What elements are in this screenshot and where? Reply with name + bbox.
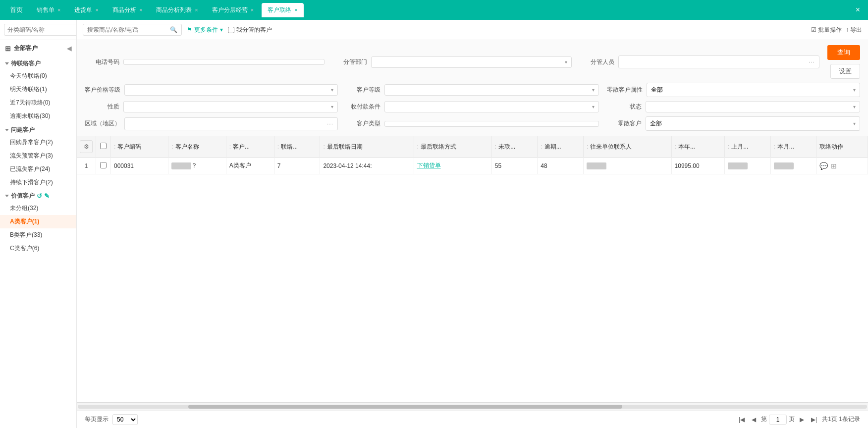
filter-phone: 电话号码: [85, 58, 325, 66]
sidebar-item-overdue[interactable]: 逾期未联络(30): [0, 109, 76, 123]
filter-scatter2-input[interactable]: 全部 ▾: [646, 116, 860, 131]
sidebar-item-churn-warning[interactable]: 流失预警客户(3): [0, 149, 76, 162]
cell-no-contact: 55: [491, 158, 538, 174]
action-icons: 💬 ⊞: [819, 162, 865, 170]
query-button[interactable]: 查询: [827, 45, 860, 60]
sidebar-item-7days[interactable]: 近7天待联络(0): [0, 96, 76, 109]
close-tab-analysis[interactable]: ×: [139, 7, 142, 13]
close-tab-sales[interactable]: ×: [57, 7, 60, 13]
filter-row-4: 区域（地区） ··· 客户类型 零散客户 全部 ▾: [85, 116, 860, 131]
filter-type-input[interactable]: [384, 121, 599, 127]
sidebar-item-today[interactable]: 今天待联络(0): [0, 69, 76, 83]
prev-page-btn[interactable]: ◀: [750, 415, 758, 424]
filter-customer-type: 客户类型: [346, 119, 599, 128]
filter-phone-input[interactable]: [123, 59, 325, 65]
row-checkbox[interactable]: [100, 162, 107, 168]
sidebar-item-repurchase-anomaly[interactable]: 回购异常客户(2): [0, 136, 76, 149]
my-customer-checkbox[interactable]: [228, 27, 234, 33]
select-all-checkbox[interactable]: [100, 143, 107, 149]
filter-scatter-input[interactable]: 全部 ▾: [647, 83, 860, 97]
close-all-tabs[interactable]: ×: [852, 3, 864, 16]
sidebar-item-declining[interactable]: 持续下滑客户(2): [0, 176, 76, 189]
filter-region-input[interactable]: ···: [124, 117, 338, 130]
nav-tab-purchase[interactable]: 进货单 ×: [68, 3, 104, 17]
main-search-box[interactable]: 🔍: [83, 24, 182, 36]
th-this-month: :本月...: [770, 136, 816, 158]
sidebar-item-class-a[interactable]: A类客户(1): [0, 215, 76, 228]
close-tab-purchase[interactable]: ×: [95, 7, 98, 13]
sidebar-search-input[interactable]: [4, 24, 77, 36]
nav-tab-sales[interactable]: 销售单 ×: [31, 3, 66, 17]
nav-home[interactable]: 首页: [4, 2, 29, 17]
qr-icon[interactable]: ⊞: [831, 162, 837, 170]
sidebar-item-class-b[interactable]: B类客户(33): [0, 228, 76, 242]
main-search-input[interactable]: [87, 26, 170, 33]
nav-tab-analysis-list[interactable]: 商品分析列表 ×: [150, 3, 204, 17]
sidebar-collapse-btn[interactable]: ◀: [67, 45, 71, 52]
sidebar-item-class-c[interactable]: C类客户(6): [0, 242, 76, 255]
filter-tier-input[interactable]: ▾: [384, 84, 599, 96]
more-filter-btn[interactable]: ⚑ 更多条件 ▾: [187, 26, 223, 34]
table-row: 1 000031 ？ A类客户 7 2023-04-12 14:44: 下销货单: [77, 158, 868, 174]
chevron-down-icon: ▾: [220, 26, 223, 33]
all-customers-header[interactable]: ⊞ 全部客户 ◀: [0, 40, 76, 56]
last-page-btn[interactable]: ▶|: [809, 415, 819, 424]
filter-price-input[interactable]: ▾: [124, 84, 338, 96]
sidebar-item-churned[interactable]: 已流失客户(24): [0, 162, 76, 176]
th-contact-num: :联络...: [274, 136, 320, 158]
main-search-icon[interactable]: 🔍: [170, 26, 177, 33]
table-header-row: ⚙ :客户编码 :客户名称 :客户...: [77, 136, 868, 158]
filter-status-input[interactable]: ▾: [646, 101, 860, 112]
dots-icon-region: ···: [327, 120, 333, 127]
batch-icon: ☑: [811, 26, 816, 33]
close-tab-analysis-list[interactable]: ×: [195, 7, 198, 13]
nav-tab-analysis[interactable]: 商品分析 ×: [107, 3, 148, 17]
per-page-select[interactable]: 50 100 200: [112, 414, 138, 425]
dots-icon-manager: ···: [809, 58, 815, 65]
filter-payment-input[interactable]: ▾: [384, 101, 599, 112]
section-problem-customers[interactable]: 问题客户: [0, 123, 76, 136]
th-contact-person: :往来单位联系人: [583, 136, 671, 158]
my-customer-checkbox-label[interactable]: 我分管的客户: [228, 26, 272, 34]
section-pending-contact[interactable]: 待联络客户: [0, 56, 76, 69]
grid-icon: ⊞: [5, 45, 11, 53]
filter-manager-input[interactable]: ···: [618, 55, 819, 68]
filter-type-label: 客户类型: [346, 119, 380, 128]
filter-customer-tier: 客户等级 ▾: [346, 84, 599, 96]
filter-region: 区域（地区） ···: [85, 117, 338, 130]
th-last-method: :最后联络方式: [414, 136, 491, 158]
filter-dept-input[interactable]: ▾: [371, 56, 572, 68]
contact-person-redacted: [587, 162, 606, 169]
first-page-btn[interactable]: |◀: [737, 415, 747, 424]
edit-icon[interactable]: ✎: [44, 192, 50, 200]
close-tab-customer-tier[interactable]: ×: [251, 7, 254, 13]
last-method-link[interactable]: 下销货单: [417, 162, 441, 169]
arrow-down-icon: [5, 62, 9, 65]
sidebar-item-ungrouped[interactable]: 未分组(32): [0, 202, 76, 215]
nav-tab-customer-tier[interactable]: 客户分层经营 ×: [206, 3, 260, 17]
query-btn-group: 查询 设置: [827, 45, 860, 79]
cell-this-year: 10995.00: [671, 158, 724, 174]
cell-overdue: 48: [538, 158, 584, 174]
batch-op-btn[interactable]: ☑ 批量操作: [811, 26, 842, 34]
sidebar-item-tomorrow[interactable]: 明天待联络(1): [0, 83, 76, 96]
gear-icon[interactable]: ⚙: [80, 140, 93, 153]
nav-tab-customer-contact[interactable]: 客户联络 ×: [262, 3, 303, 17]
settings-button[interactable]: 设置: [830, 64, 860, 79]
export-btn[interactable]: ↑ 导出: [846, 26, 862, 34]
filter-nature-input[interactable]: ▾: [123, 101, 338, 112]
refresh-icon[interactable]: ↺: [37, 192, 42, 200]
chat-icon[interactable]: 💬: [819, 162, 828, 170]
cell-action: 💬 ⊞: [816, 158, 868, 174]
filter-scatter-label: 零散客户属性: [607, 86, 643, 94]
total-records: 共1页 1条记录: [822, 415, 860, 424]
next-page-btn[interactable]: ▶: [798, 415, 806, 424]
filter-row-1: 电话号码 分管部门 ▾ 分管人员 ···: [85, 45, 860, 79]
scroll-thumb[interactable]: [188, 405, 622, 409]
last-month-redacted: [728, 162, 748, 169]
cell-contact-person: [583, 158, 671, 174]
close-tab-customer-contact[interactable]: ×: [294, 7, 297, 13]
horizontal-scrollbar[interactable]: [77, 402, 868, 410]
chevron-down-icon-status: ▾: [853, 104, 856, 109]
page-number-input[interactable]: [769, 415, 787, 425]
